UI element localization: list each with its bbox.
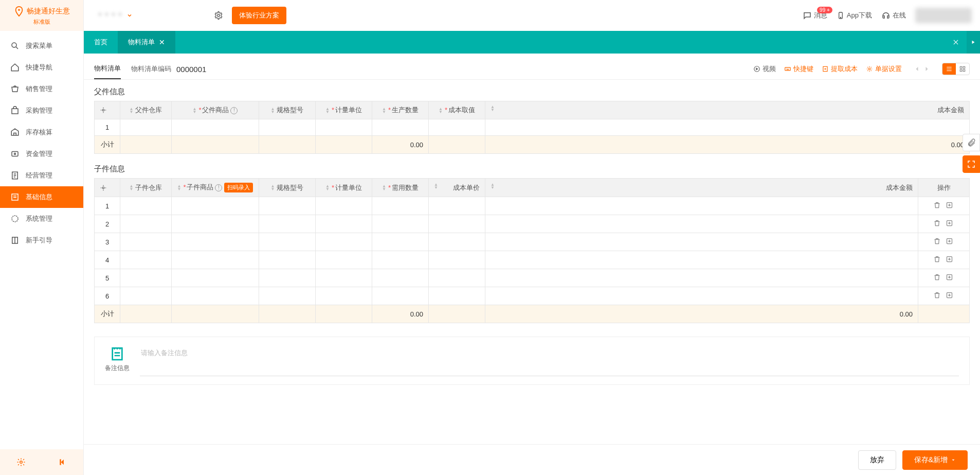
cell-child-unit[interactable] [316,233,372,251]
cell-child-warehouse[interactable] [120,269,172,287]
cell-parent-cost-amount[interactable] [485,119,970,136]
sidebar-item-purchase[interactable]: 采购管理 [0,100,83,121]
cell-child-cost-amount[interactable] [485,251,918,269]
sidebar-item-finance[interactable]: 资金管理 [0,143,83,165]
add-row-icon[interactable] [946,201,955,210]
cell-child-unit[interactable] [316,197,372,215]
child-table-row[interactable]: 1 [95,197,970,215]
action-extract-cost[interactable]: 提取成本 [822,64,858,74]
sidebar-item-sales[interactable]: 销售管理 [0,78,83,100]
tenant-selector[interactable]: ＊＊＊＊ [92,7,205,24]
tabstrip-close-all-icon[interactable] [945,31,967,54]
cell-child-product[interactable] [172,215,259,233]
th-parent-product[interactable]: ▲▼*父件商品! [172,101,259,119]
col-config-icon[interactable] [95,101,120,119]
cell-child-spec[interactable] [259,269,316,287]
child-table-row[interactable]: 6 [95,287,970,305]
cell-parent-warehouse[interactable] [120,119,172,136]
cell-child-spec[interactable] [259,197,316,215]
cell-child-warehouse[interactable] [120,287,172,305]
scan-entry-button[interactable]: 扫码录入 [224,183,253,192]
panel-tab-bom[interactable]: 物料清单 [94,59,121,79]
topbar-online[interactable]: 在线 [881,11,906,20]
cell-parent-qty[interactable] [372,119,429,136]
child-table-row[interactable]: 4 [95,251,970,269]
sidebar-item-inventory[interactable]: 库存核算 [0,121,83,143]
cell-child-cost-price[interactable] [429,269,485,287]
cell-child-product[interactable] [172,233,259,251]
th-child-product[interactable]: ▲▼*子件商品!扫码录入 [172,179,259,197]
add-row-icon[interactable] [946,291,955,301]
add-row-icon[interactable] [946,273,955,283]
cell-parent-unit[interactable] [316,119,372,136]
sidebar-item-search[interactable]: 搜索菜单 [0,35,83,57]
cell-child-qty[interactable] [372,251,429,269]
cell-child-cost-price[interactable] [429,287,485,305]
cell-child-spec[interactable] [259,251,316,269]
cell-child-qty[interactable] [372,287,429,305]
th-child-spec[interactable]: ▲▼规格型号 [259,179,316,197]
cell-child-spec[interactable] [259,233,316,251]
th-child-unit[interactable]: ▲▼*计量单位 [316,179,372,197]
child-table-row[interactable]: 5 [95,269,970,287]
user-avatar-blurred[interactable] [915,8,972,23]
th-child-cost-price[interactable]: ▲▼成本单价 [429,179,485,197]
child-table-row[interactable]: 2 [95,215,970,233]
cell-child-cost-price[interactable] [429,215,485,233]
cell-child-cost-price[interactable] [429,197,485,215]
close-icon[interactable]: ✕ [159,38,165,46]
delete-row-icon[interactable] [933,273,942,283]
cell-child-unit[interactable] [316,251,372,269]
fullscreen-icon[interactable] [963,155,980,173]
save-add-button[interactable]: 保存&新增 [902,450,968,470]
tabstrip-more-icon[interactable] [967,31,980,54]
info-icon[interactable]: ! [230,107,238,114]
cell-child-warehouse[interactable] [120,197,172,215]
attachment-icon[interactable] [963,134,980,151]
child-table-row[interactable]: 3 [95,233,970,251]
delete-row-icon[interactable] [933,237,942,247]
cell-child-warehouse[interactable] [120,251,172,269]
delete-row-icon[interactable] [933,201,942,210]
col-config-icon[interactable] [95,179,120,197]
view-card-icon[interactable] [956,63,969,75]
add-row-icon[interactable] [946,219,955,228]
sidebar-item-basedata[interactable]: 基础信息 [0,186,83,208]
cell-child-product[interactable] [172,197,259,215]
cell-child-unit[interactable] [316,215,372,233]
th-parent-cost-method[interactable]: ▲▼*成本取值 [429,101,485,119]
parent-table-row[interactable]: 1 [95,119,970,136]
sidebar-item-system[interactable]: 系统管理 [0,208,83,230]
discard-button[interactable]: 放弃 [858,450,896,470]
prev-record-icon[interactable] [914,66,920,72]
topbar-messages[interactable]: 消息 99 + [803,11,827,20]
cell-child-cost-price[interactable] [429,233,485,251]
cell-child-cost-price[interactable] [429,251,485,269]
cell-child-cost-amount[interactable] [485,269,918,287]
cell-child-unit[interactable] [316,287,372,305]
delete-row-icon[interactable] [933,219,942,228]
th-parent-cost-amount[interactable]: ▲▼成本金额 [485,101,970,119]
cell-child-qty[interactable] [372,269,429,287]
topbar-appdownload[interactable]: App下载 [837,11,872,20]
cell-child-qty[interactable] [372,197,429,215]
tab-bom[interactable]: 物料清单 ✕ [118,31,175,54]
cell-parent-product[interactable] [172,119,259,136]
cell-child-product[interactable] [172,287,259,305]
remark-input[interactable] [140,345,959,376]
cell-child-qty[interactable] [372,233,429,251]
delete-row-icon[interactable] [933,291,942,301]
cell-child-product[interactable] [172,251,259,269]
delete-row-icon[interactable] [933,255,942,265]
cell-child-cost-amount[interactable] [485,197,918,215]
th-child-qty[interactable]: ▲▼*需用数量 [372,179,429,197]
th-child-warehouse[interactable]: ▲▼子件仓库 [120,179,172,197]
sidebar-item-operations[interactable]: 经营管理 [0,165,83,186]
view-list-icon[interactable] [942,63,956,75]
cell-child-warehouse[interactable] [120,215,172,233]
cell-parent-cost-method[interactable] [429,119,485,136]
cell-child-warehouse[interactable] [120,233,172,251]
cell-child-cost-amount[interactable] [485,287,918,305]
cell-parent-spec[interactable] [259,119,316,136]
add-row-icon[interactable] [946,255,955,265]
